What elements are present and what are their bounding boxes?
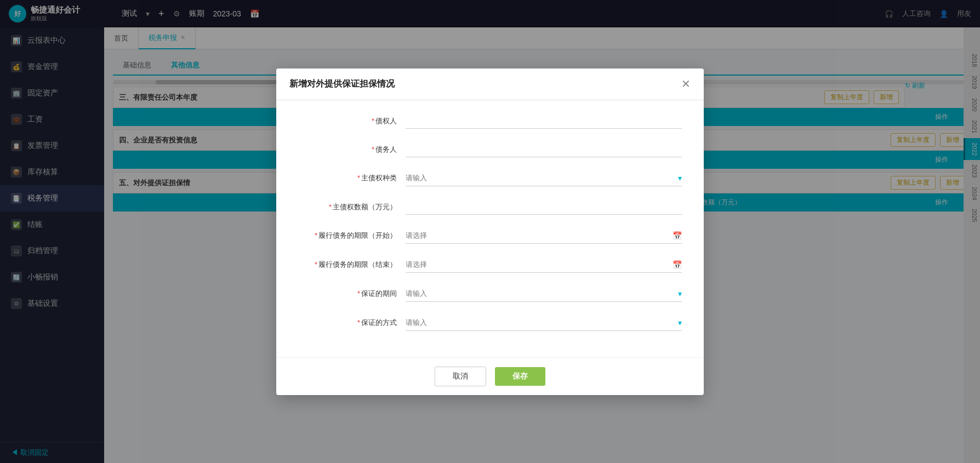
guarantee-period-input[interactable] xyxy=(406,289,678,298)
required-star: * xyxy=(372,117,374,125)
debtor-input[interactable] xyxy=(406,142,682,157)
form-label-claim-amount: *主债权数额（万元） xyxy=(298,202,397,212)
form-label-period-end: *履行债务的期限（结束） xyxy=(298,260,397,270)
guarantee-method-dropdown-icon[interactable]: ▾ xyxy=(678,318,682,327)
guarantee-period-dropdown-icon[interactable]: ▾ xyxy=(678,289,682,298)
modal-title: 新增对外提供保证担保情况 xyxy=(289,78,395,90)
guarantee-method-input[interactable] xyxy=(406,318,678,327)
claim-amount-input[interactable] xyxy=(406,199,682,215)
period-end-input[interactable] xyxy=(406,260,673,268)
form-label-guarantee-period: *保证的期间 xyxy=(298,289,397,299)
claim-type-input[interactable] xyxy=(406,174,678,182)
modal-dialog: 新增对外提供保证担保情况 ✕ *债权人 *债务人 *主债权种类 xyxy=(276,68,704,395)
period-start-input[interactable] xyxy=(406,231,673,239)
guarantee-method-select-wrap: ▾ xyxy=(406,315,682,331)
form-label-creditor: *债权人 xyxy=(298,116,397,126)
claim-type-dropdown-icon[interactable]: ▾ xyxy=(678,174,682,182)
form-label-debtor: *债务人 xyxy=(298,145,397,155)
creditor-input[interactable] xyxy=(406,113,682,129)
save-button[interactable]: 保存 xyxy=(495,367,545,386)
form-row-guarantee-period: *保证的期间 ▾ xyxy=(298,286,682,302)
form-row-claim-type: *主债权种类 ▾ xyxy=(298,170,682,186)
modal-body: *债权人 *债务人 *主债权种类 ▾ xyxy=(276,100,704,357)
form-row-period-start: *履行债务的期限（开始） 📅 xyxy=(298,228,682,244)
form-row-creditor: *债权人 xyxy=(298,113,682,129)
required-star-amount: * xyxy=(329,203,332,211)
form-label-guarantee-method: *保证的方式 xyxy=(298,318,397,328)
claim-type-select-wrap: ▾ xyxy=(406,170,682,186)
required-star-ps: * xyxy=(315,231,317,239)
form-row-period-end: *履行债务的期限（结束） 📅 xyxy=(298,257,682,273)
period-start-calendar-icon[interactable]: 📅 xyxy=(673,231,682,240)
cancel-button[interactable]: 取消 xyxy=(435,367,486,386)
required-star-gp: * xyxy=(357,289,360,298)
modal-overlay: 新增对外提供保证担保情况 ✕ *债权人 *债务人 *主债权种类 xyxy=(0,0,980,463)
required-star-pe: * xyxy=(315,260,317,268)
required-star-debtor: * xyxy=(372,145,374,153)
period-end-date-wrap: 📅 xyxy=(406,257,682,273)
modal-header: 新增对外提供保证担保情况 ✕ xyxy=(276,68,704,100)
form-label-claim-type: *主债权种类 xyxy=(298,173,397,183)
form-label-period-start: *履行债务的期限（开始） xyxy=(298,231,397,241)
modal-footer: 取消 保存 xyxy=(276,357,704,395)
required-star-claim: * xyxy=(357,174,360,182)
period-end-calendar-icon[interactable]: 📅 xyxy=(673,260,682,269)
period-start-date-wrap: 📅 xyxy=(406,228,682,244)
guarantee-period-select-wrap: ▾ xyxy=(406,286,682,302)
form-row-debtor: *债务人 xyxy=(298,142,682,157)
modal-close-button[interactable]: ✕ xyxy=(681,78,691,89)
required-star-gm: * xyxy=(357,318,360,327)
form-row-guarantee-method: *保证的方式 ▾ xyxy=(298,315,682,331)
form-row-claim-amount: *主债权数额（万元） xyxy=(298,199,682,215)
